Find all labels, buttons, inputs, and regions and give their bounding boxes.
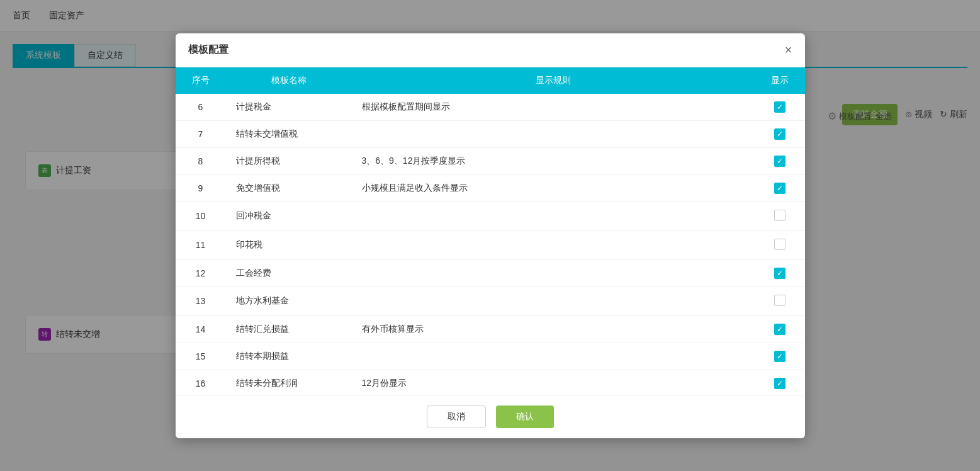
- table-row: 12工会经费: [176, 259, 805, 287]
- table-row: 11印花税: [176, 230, 805, 259]
- cell-id-6: 12: [176, 259, 226, 287]
- cell-rule-10: 12月份显示: [352, 370, 755, 395]
- table-row: 15结转本期损益: [176, 343, 805, 370]
- col-header-name: 模板名称: [226, 67, 352, 94]
- cell-display-3: [755, 174, 805, 201]
- cell-name-3: 免交增值税: [226, 174, 352, 201]
- cell-rule-0: 根据模板配置期间显示: [352, 94, 755, 121]
- table-row: 16结转未分配利润12月份显示: [176, 370, 805, 395]
- checkbox-0[interactable]: [774, 101, 786, 113]
- cell-name-9: 结转本期损益: [226, 343, 352, 370]
- checkbox-6[interactable]: [774, 268, 786, 279]
- cell-id-2: 8: [176, 147, 226, 174]
- cell-display-1: [755, 120, 805, 147]
- cell-id-8: 14: [176, 315, 226, 343]
- modal-footer: 取消 确认: [176, 395, 805, 438]
- table-row: 7结转未交增值税: [176, 120, 805, 147]
- table-row: 13地方水利基金: [176, 287, 805, 315]
- cell-rule-5: [352, 230, 755, 259]
- modal-title: 模板配置: [188, 43, 228, 57]
- modal-close-button[interactable]: ×: [785, 43, 792, 56]
- cell-id-7: 13: [176, 287, 226, 315]
- table-wrapper[interactable]: 序号 模板名称 显示规则 显示 6计提税金根据模板配置期间显示7结转未交增值税8…: [176, 67, 805, 395]
- cell-display-7: [755, 287, 805, 315]
- table-row: 8计提所得税3、6、9、12月按季度显示: [176, 147, 805, 174]
- table-row: 14结转汇兑损益有外币核算显示: [176, 315, 805, 343]
- cell-rule-2: 3、6、9、12月按季度显示: [352, 147, 755, 174]
- checkbox-1[interactable]: [774, 128, 786, 140]
- cell-id-5: 11: [176, 230, 226, 259]
- cell-name-7: 地方水利基金: [226, 287, 352, 315]
- table-row: 10回冲税金: [176, 201, 805, 230]
- cell-id-1: 7: [176, 120, 226, 147]
- cell-rule-1: [352, 120, 755, 147]
- cell-id-10: 16: [176, 370, 226, 395]
- checkbox-7[interactable]: [774, 295, 786, 306]
- cell-name-4: 回冲税金: [226, 201, 352, 230]
- modal-template-config: 模板配置 × 序号 模板名称 显示规则 显示 6计提税金根据模板配置期间显: [176, 33, 805, 438]
- modal-header: 模板配置 ×: [176, 33, 805, 67]
- checkbox-3[interactable]: [774, 183, 786, 194]
- cell-rule-9: [352, 343, 755, 370]
- cell-display-2: [755, 147, 805, 174]
- cell-name-0: 计提税金: [226, 94, 352, 121]
- cell-display-8: [755, 315, 805, 343]
- table-row: 9免交增值税小规模且满足收入条件显示: [176, 174, 805, 201]
- cell-display-6: [755, 259, 805, 287]
- cell-rule-8: 有外币核算显示: [352, 315, 755, 343]
- col-header-rule: 显示规则: [352, 67, 755, 94]
- cell-display-9: [755, 343, 805, 370]
- confirm-button[interactable]: 确认: [496, 406, 554, 428]
- table-row: 6计提税金根据模板配置期间显示: [176, 94, 805, 121]
- cancel-button[interactable]: 取消: [427, 406, 486, 428]
- checkbox-8[interactable]: [774, 324, 786, 335]
- checkbox-10[interactable]: [774, 378, 786, 389]
- cell-id-9: 15: [176, 343, 226, 370]
- cell-id-4: 10: [176, 201, 226, 230]
- cell-name-2: 计提所得税: [226, 147, 352, 174]
- config-table: 序号 模板名称 显示规则 显示 6计提税金根据模板配置期间显示7结转未交增值税8…: [176, 67, 805, 395]
- modal-body: 序号 模板名称 显示规则 显示 6计提税金根据模板配置期间显示7结转未交增值税8…: [176, 67, 805, 395]
- cell-display-4: [755, 201, 805, 230]
- cell-display-5: [755, 230, 805, 259]
- cell-id-3: 9: [176, 174, 226, 201]
- cell-display-10: [755, 370, 805, 395]
- checkbox-9[interactable]: [774, 351, 786, 362]
- cell-name-8: 结转汇兑损益: [226, 315, 352, 343]
- col-header-id: 序号: [176, 67, 226, 94]
- cell-rule-6: [352, 259, 755, 287]
- cell-rule-4: [352, 201, 755, 230]
- modal-overlay: 模板配置 × 序号 模板名称 显示规则 显示 6计提税金根据模板配置期间显: [0, 0, 980, 471]
- checkbox-5[interactable]: [774, 239, 786, 250]
- checkbox-2[interactable]: [774, 156, 786, 167]
- cell-name-5: 印花税: [226, 230, 352, 259]
- cell-name-10: 结转未分配利润: [226, 370, 352, 395]
- cell-rule-7: [352, 287, 755, 315]
- cell-id-0: 6: [176, 94, 226, 121]
- cell-name-6: 工会经费: [226, 259, 352, 287]
- col-header-display: 显示: [755, 67, 805, 94]
- cell-rule-3: 小规模且满足收入条件显示: [352, 174, 755, 201]
- cell-display-0: [755, 94, 805, 121]
- cell-name-1: 结转未交增值税: [226, 120, 352, 147]
- checkbox-4[interactable]: [774, 210, 786, 221]
